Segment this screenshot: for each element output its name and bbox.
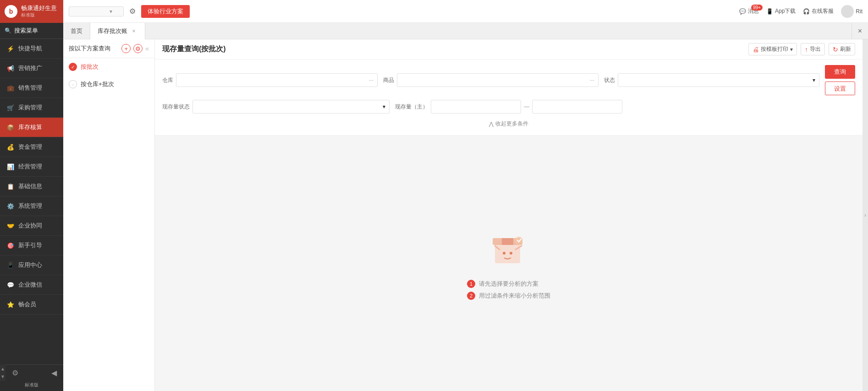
trial-btn[interactable]: 体验行业方案 [141, 5, 190, 18]
online-service-btn[interactable]: 🎧 在线客服 [803, 7, 834, 15]
right-edge[interactable]: › [863, 39, 868, 391]
right-panel: 现存量查询(按批次) 🖨 按模板打印 ▾ ↑ 导出 ↻ 刷新 [155, 39, 863, 391]
sidebar-item-label: 经营管理 [18, 163, 42, 171]
settings-gear-icon[interactable]: ⚙ [129, 7, 136, 16]
tip-num-1: 1 [467, 280, 475, 288]
system-icon: ⚙️ [6, 202, 15, 210]
svg-point-4 [503, 252, 505, 255]
tip-num-2: 2 [467, 292, 475, 300]
print-icon: 🖨 [753, 46, 759, 53]
tab-home[interactable]: 首页 [63, 23, 90, 39]
sidebar-item-members[interactable]: ⭐ 畅会员 [0, 295, 63, 315]
collapse-label: 收起更多条件 [495, 120, 528, 128]
sidebar-item-finance[interactable]: 💰 资金管理 [0, 137, 63, 157]
message-btn[interactable]: 💬 消息 99+ [739, 7, 759, 15]
inventory-status-filter: 现存量状态 ▾ [162, 100, 390, 114]
members-icon: ⭐ [6, 300, 15, 309]
page-title: 现存量查询(按批次) [162, 44, 226, 54]
scheme-settings-btn[interactable]: ⚙ [133, 44, 143, 53]
tabbar: 首页 库存批次账 × × [63, 23, 868, 39]
sidebar-item-label: 基础信息 [18, 182, 42, 190]
left-panel-header: 按以下方案查询 + ⚙ « [63, 39, 154, 58]
left-panel: 按以下方案查询 + ⚙ « ✓ 按批次 ○ 按仓库+批次 [63, 39, 155, 391]
export-btn[interactable]: ↑ 导出 [801, 43, 825, 55]
sidebar-item-wechat[interactable]: 💬 企业微信 [0, 275, 63, 295]
scheme-by-warehouse-batch[interactable]: ○ 按仓库+批次 [63, 76, 154, 93]
user-avatar-btn[interactable]: Rit [841, 5, 863, 18]
quick-nav-icon: ⚡ [6, 44, 15, 53]
export-btn-label: 导出 [810, 45, 821, 53]
empty-tip-1: 1 请先选择要分析的方案 [467, 280, 550, 288]
collapse-more-btn[interactable]: ⋀ 收起更多条件 [162, 118, 855, 130]
sidebar-item-operations[interactable]: 📊 经营管理 [0, 157, 63, 177]
inventory-qty-to[interactable] [532, 100, 622, 114]
collapse-panel-btn[interactable]: « [145, 45, 149, 52]
topbar-search-input[interactable] [73, 8, 110, 15]
query-btn[interactable]: 查询 [825, 65, 855, 79]
sidebar-search-label: 搜索菜单 [14, 27, 38, 35]
app-logo: b [5, 5, 17, 18]
add-scheme-btn[interactable]: + [121, 44, 131, 53]
sidebar-item-enterprise[interactable]: 🤝 企业协同 [0, 216, 63, 236]
print-btn[interactable]: 🖨 按模板打印 ▾ [748, 43, 797, 55]
sidebar-header: b 畅康通好生意 标准版 [0, 0, 63, 23]
svg-point-3 [515, 237, 522, 244]
sidebar-item-apps[interactable]: 📱 应用中心 [0, 255, 63, 275]
svg-rect-0 [495, 243, 520, 263]
sidebar-item-label: 新手引导 [18, 241, 42, 250]
topbar-right: 💬 消息 99+ 📱 App下载 🎧 在线客服 Rit [739, 5, 863, 18]
main-wrapper: ▾ ⚙ 体验行业方案 💬 消息 99+ 📱 App下载 🎧 在线客服 Rit [63, 0, 868, 391]
app-download-btn[interactable]: 📱 App下载 [766, 7, 796, 15]
product-filter: 商品 ··· [383, 73, 599, 87]
filter-range-dash: — [524, 103, 529, 110]
message-icon: 💬 [739, 8, 746, 15]
inventory-status-select[interactable]: ▾ [192, 100, 390, 114]
purchase-icon: 🛒 [6, 103, 15, 112]
wechat-icon: 💬 [6, 281, 15, 289]
avatar [841, 5, 854, 18]
sidebar-scroll-up[interactable]: ▲ [0, 366, 5, 371]
content-area: 按以下方案查询 + ⚙ « ✓ 按批次 ○ 按仓库+批次 现存量查询(按批次) [63, 39, 868, 391]
sidebar-item-label: 企业微信 [18, 281, 42, 289]
sidebar-version-tag: 标准版 [0, 381, 63, 391]
sidebar-item-label: 销售管理 [18, 84, 42, 92]
product-input[interactable]: ··· [397, 73, 599, 87]
scheme-by-warehouse-batch-label: 按仓库+批次 [81, 80, 114, 88]
inventory-qty-from[interactable] [431, 100, 521, 114]
sidebar-item-inventory[interactable]: 📦 库存核算 [0, 118, 63, 137]
panel-close-btn[interactable]: × [852, 23, 868, 39]
sidebar-item-newbie[interactable]: 🎯 新手引导 [0, 236, 63, 255]
sidebar-scroll-down[interactable]: ▼ [0, 374, 5, 379]
sidebar-item-basics[interactable]: 📋 基础信息 [0, 177, 63, 196]
empty-state: 1 请先选择要分析的方案 2 用过滤条件来缩小分析范围 [155, 136, 863, 391]
status-select[interactable]: ▾ [618, 73, 819, 87]
sidebar-item-sales[interactable]: 💼 销售管理 [0, 78, 63, 98]
tab-home-label: 首页 [71, 27, 82, 35]
sidebar-item-system[interactable]: ⚙️ 系统管理 [0, 196, 63, 216]
warehouse-filter: 仓库 ··· [162, 73, 378, 87]
topbar: ▾ ⚙ 体验行业方案 💬 消息 99+ 📱 App下载 🎧 在线客服 Rit [63, 0, 868, 23]
filter-area: 仓库 ··· 商品 ··· 状态 [155, 60, 863, 136]
filter-settings-btn[interactable]: 设置 [825, 81, 855, 95]
app-subtitle: 标准版 [21, 12, 57, 18]
filter-row-1: 仓库 ··· 商品 ··· 状态 [162, 65, 855, 95]
refresh-btn[interactable]: ↻ 刷新 [829, 43, 855, 55]
collapse-icon[interactable]: ◀ [51, 369, 57, 377]
sidebar-search[interactable]: 🔍 搜索菜单 [0, 23, 63, 39]
scheme-by-batch-label: 按批次 [81, 63, 99, 71]
warehouse-input[interactable]: ··· [176, 73, 378, 87]
operations-icon: 📊 [6, 163, 15, 171]
scheme-by-batch[interactable]: ✓ 按批次 [63, 58, 154, 76]
sidebar-item-quick-nav[interactable]: ⚡ 快捷导航 [0, 39, 63, 59]
settings-icon[interactable]: ⚙ [12, 369, 18, 377]
sidebar-item-marketing[interactable]: 📢 营销推广 [0, 59, 63, 78]
tab-close-btn[interactable]: × [130, 27, 137, 35]
inventory-qty-label: 现存量（主） [395, 103, 428, 111]
sidebar-item-label: 营销推广 [18, 64, 42, 72]
sidebar-item-purchase[interactable]: 🛒 采购管理 [0, 98, 63, 118]
tab-inventory-batch[interactable]: 库存批次账 × [90, 23, 145, 39]
topbar-search-box[interactable]: ▾ [69, 6, 124, 16]
sidebar-item-label: 畅会员 [18, 300, 36, 309]
filter-row-2: 现存量状态 ▾ 现存量（主） — [162, 100, 855, 114]
online-service-label: 在线客服 [812, 7, 834, 15]
